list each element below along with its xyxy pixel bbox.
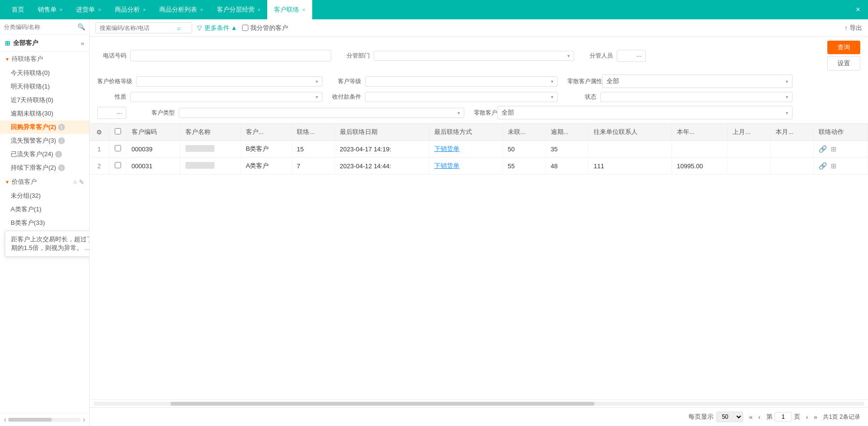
col-contacts[interactable]: 往来单位联系人 bbox=[589, 124, 672, 141]
action-grid-icon[interactable]: ⊞ bbox=[831, 145, 837, 153]
nav-item-analysis[interactable]: 商品分析 × bbox=[108, 0, 152, 19]
scroll-track[interactable] bbox=[93, 402, 864, 406]
data-table: ⚙ 客户编码 客户名称 客户... 联络... 最后联络日期 最后联络方式 未联… bbox=[90, 124, 868, 175]
sidebar-item-class-b[interactable]: B类客户(33) bbox=[0, 216, 89, 230]
scroll-thumb[interactable] bbox=[170, 402, 594, 406]
nav-item-purchase[interactable]: 进货单 × bbox=[69, 0, 107, 19]
sidebar-item-today[interactable]: 今天待联络(0) bbox=[0, 66, 89, 80]
status-select[interactable]: ▾ bbox=[600, 92, 792, 102]
customer-type-select[interactable]: ▾ bbox=[179, 108, 464, 118]
payment-select[interactable]: ▾ bbox=[365, 92, 557, 102]
col-not-contacted[interactable]: 未联... bbox=[503, 124, 546, 141]
manager-ellipsis[interactable]: ··· bbox=[617, 50, 646, 62]
info-icon-4[interactable]: i bbox=[58, 164, 65, 171]
close-icon[interactable]: × bbox=[200, 7, 203, 13]
col-this-month[interactable]: 本月... bbox=[771, 124, 814, 141]
sidebar-search-input[interactable] bbox=[4, 24, 77, 30]
col-last-month[interactable]: 上月... bbox=[728, 124, 771, 141]
phone-input[interactable] bbox=[130, 50, 331, 61]
sidebar-item-repurchase-abnormal[interactable]: 回购异常客户(2) i bbox=[0, 120, 89, 134]
sidebar-item-overdue[interactable]: 逾期未联络(30) bbox=[0, 107, 89, 120]
col-this-year[interactable]: 本年... bbox=[672, 124, 728, 141]
collapse-icon[interactable]: » bbox=[81, 40, 84, 47]
nav-item-home[interactable]: 首页 bbox=[5, 0, 31, 19]
sidebar-item-churn-warning[interactable]: 流失预警客户(3) i bbox=[0, 134, 89, 147]
sidebar-item-tomorrow[interactable]: 明天待联络(1) bbox=[0, 80, 89, 93]
sidebar-right-arrow[interactable]: › bbox=[83, 415, 85, 424]
close-icon[interactable]: × bbox=[302, 7, 305, 13]
nav-item-analysis-list[interactable]: 商品分析列表 × bbox=[152, 0, 210, 19]
table-wrap: ⚙ 客户编码 客户名称 客户... 联络... 最后联络日期 最后联络方式 未联… bbox=[90, 124, 868, 399]
close-icon[interactable]: × bbox=[98, 7, 101, 13]
sidebar-item-ungrouped[interactable]: 未分组(32) bbox=[0, 189, 89, 203]
edit-icon[interactable]: ○ bbox=[73, 178, 77, 186]
nature-select[interactable]: ▾ bbox=[130, 92, 322, 102]
action-link-icon[interactable]: 🔗 bbox=[819, 145, 827, 153]
settings-icon-2[interactable]: ✎ bbox=[79, 178, 84, 186]
row-actions: 🔗 ⊞ bbox=[813, 158, 868, 175]
close-icon[interactable]: × bbox=[60, 7, 62, 13]
nav-item-customer-contact[interactable]: 客户联络 × bbox=[267, 0, 312, 19]
nav-item-sales[interactable]: 销售单 × bbox=[31, 0, 69, 19]
info-icon-3[interactable]: i bbox=[55, 151, 62, 158]
export-button[interactable]: ↑ 导出 bbox=[845, 24, 863, 32]
info-icon-2[interactable]: i bbox=[58, 137, 65, 144]
query-button[interactable]: 查询 bbox=[827, 41, 860, 54]
sidebar-item-7days[interactable]: 近7天待联络(0) bbox=[0, 93, 89, 107]
tooltip-more-link[interactable]: ... bbox=[84, 244, 90, 251]
price-level-select[interactable]: ▾ bbox=[136, 76, 322, 87]
col-last-date[interactable]: 最后联络日期 bbox=[335, 124, 429, 141]
retail-attr-select[interactable]: 全部 ▾ bbox=[602, 74, 792, 88]
next-page-button[interactable]: › bbox=[804, 412, 810, 422]
col-last-method[interactable]: 最后联络方式 bbox=[429, 124, 503, 141]
search-input-wrap: ⌕ bbox=[95, 22, 192, 33]
sidebar-item-declining[interactable]: 持续下滑客户(2) i bbox=[0, 161, 89, 175]
nav-item-customer-ops[interactable]: 客户分层经营 × bbox=[210, 0, 267, 19]
ellipsis-left[interactable]: ··· bbox=[97, 107, 126, 119]
settings-button[interactable]: 设置 bbox=[827, 56, 860, 71]
row-check-2[interactable] bbox=[115, 162, 121, 168]
info-icon[interactable]: i bbox=[58, 124, 65, 131]
row-last-method[interactable]: 下销货单 bbox=[429, 158, 503, 175]
filter-retail-customer: 零散客户 全部 ▾ bbox=[474, 106, 792, 119]
col-code[interactable]: 客户编码 bbox=[126, 124, 181, 141]
col-settings[interactable]: ⚙ bbox=[90, 124, 109, 141]
sidebar-item-churned[interactable]: 已流失客户(24) i bbox=[0, 147, 89, 161]
department-select[interactable]: ▾ bbox=[374, 51, 575, 61]
sidebar-left-arrow[interactable]: ‹ bbox=[4, 415, 6, 424]
filter-ellipsis-left: ··· bbox=[97, 107, 136, 119]
col-contact-count[interactable]: 联络... bbox=[292, 124, 335, 141]
close-icon[interactable]: × bbox=[143, 7, 146, 13]
row-this-month bbox=[771, 141, 814, 158]
customer-level-select[interactable]: ▾ bbox=[365, 76, 557, 87]
per-page-select[interactable]: 50 20 100 bbox=[716, 411, 743, 422]
col-overdue[interactable]: 逾期... bbox=[546, 124, 589, 141]
last-page-button[interactable]: » bbox=[812, 412, 819, 422]
horizontal-scrollbar[interactable] bbox=[90, 399, 868, 407]
more-conditions-button[interactable]: ▽ 更多条件 ▲ bbox=[197, 24, 237, 32]
close-icon[interactable]: × bbox=[258, 7, 260, 13]
page-number-input[interactable] bbox=[775, 412, 792, 422]
action-link-icon-2[interactable]: 🔗 bbox=[819, 162, 827, 170]
filter-row-1: 电话号码 分管部门 ▾ 分管人员 ··· 查询 bbox=[97, 41, 860, 71]
sidebar-item-class-a[interactable]: A类客户(1) bbox=[0, 203, 89, 216]
my-customers-check[interactable] bbox=[242, 25, 248, 31]
sidebar-section-pending[interactable]: ▼ 待联络客户 bbox=[0, 52, 89, 66]
total-records: 共1页 2条记录 bbox=[823, 413, 860, 421]
retail-customer-select[interactable]: 全部 ▾ bbox=[497, 106, 792, 119]
search-input[interactable] bbox=[100, 25, 177, 31]
sidebar-search-icon[interactable]: 🔍 bbox=[77, 23, 85, 30]
search-icon[interactable]: ⌕ bbox=[177, 24, 181, 31]
prev-page-button[interactable]: ‹ bbox=[756, 412, 762, 422]
row-last-method[interactable]: 下销货单 bbox=[429, 141, 503, 158]
first-page-button[interactable]: « bbox=[747, 412, 754, 422]
nav-close-button[interactable]: × bbox=[856, 5, 860, 14]
select-all-checkbox[interactable] bbox=[115, 128, 121, 134]
my-customers-checkbox[interactable]: 我分管的客户 bbox=[242, 24, 288, 32]
sidebar-section-value[interactable]: ▼ 价值客户 ○ ✎ bbox=[0, 175, 89, 189]
col-type[interactable]: 客户... bbox=[241, 124, 291, 141]
action-grid-icon-2[interactable]: ⊞ bbox=[831, 162, 837, 170]
chevron-down-icon: ▾ bbox=[786, 94, 788, 100]
col-name[interactable]: 客户名称 bbox=[181, 124, 241, 141]
row-check-1[interactable] bbox=[115, 145, 121, 151]
